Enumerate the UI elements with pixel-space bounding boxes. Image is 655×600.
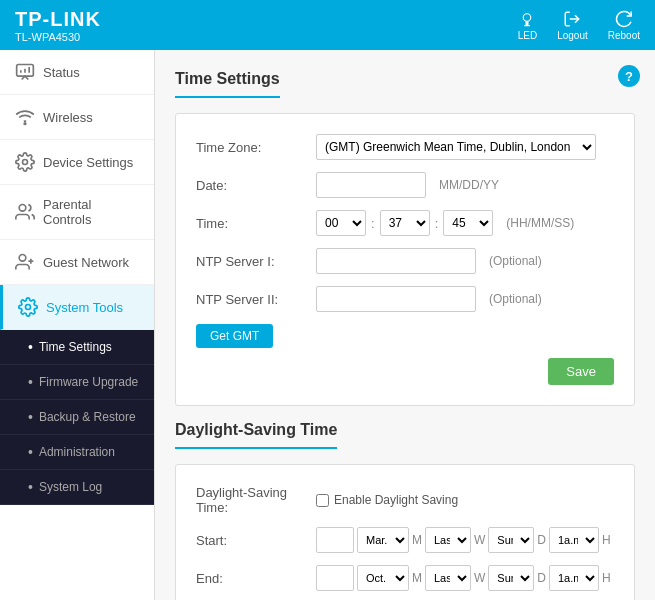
timezone-label: Time Zone: (196, 140, 316, 155)
sidebar: Status Wireless Device Settings (0, 50, 155, 600)
start-year-input[interactable]: 2015 (316, 527, 354, 553)
reboot-icon (615, 10, 633, 28)
svg-point-14 (26, 305, 31, 310)
end-day-select[interactable]: Sun. (488, 565, 534, 591)
daylight-label: Daylight-Saving Time: (196, 485, 316, 515)
led-button[interactable]: LED (518, 10, 537, 41)
end-time-group: 2015 Oct. M Last W Sun. D (316, 565, 611, 591)
ntp1-value: 0.0.0.0 (Optional) (316, 248, 542, 274)
sidebar-item-system-tools[interactable]: System Tools (0, 285, 154, 330)
daylight-start-row: Start: 2015 Mar. M Last W Sun. (196, 527, 614, 553)
svg-point-0 (524, 13, 532, 21)
end-d-label: D (537, 571, 546, 585)
ntp1-input[interactable]: 0.0.0.0 (316, 248, 476, 274)
time-hint: (HH/MM/SS) (506, 216, 574, 230)
daylight-saving-card: Daylight-Saving Time: Enable Daylight Sa… (175, 464, 635, 600)
ntp2-value: 0.0.0.0 (Optional) (316, 286, 542, 312)
end-month-select[interactable]: Oct. (357, 565, 409, 591)
end-week-select[interactable]: Last (425, 565, 471, 591)
help-button[interactable]: ? (618, 65, 640, 87)
ntp1-label: NTP Server I: (196, 254, 316, 269)
submenu-label-firmware-upgrade: Firmware Upgrade (39, 375, 138, 389)
date-input[interactable]: 01/01/2015 (316, 172, 426, 198)
sidebar-label-wireless: Wireless (43, 110, 93, 125)
submenu-item-time-settings[interactable]: Time Settings (0, 330, 154, 365)
submenu-item-firmware-upgrade[interactable]: Firmware Upgrade (0, 365, 154, 400)
svg-point-8 (24, 123, 26, 125)
ntp1-row: NTP Server I: 0.0.0.0 (Optional) (196, 248, 614, 274)
time-save-button[interactable]: Save (548, 358, 614, 385)
sidebar-label-status: Status (43, 65, 80, 80)
daylight-end-row: End: 2015 Oct. M Last W Sun. (196, 565, 614, 591)
main-layout: Status Wireless Device Settings (0, 50, 655, 600)
start-d-label: D (537, 533, 546, 547)
start-time-group: 2015 Mar. M Last W Sun. D (316, 527, 611, 553)
date-label: Date: (196, 178, 316, 193)
sidebar-item-guest-network[interactable]: Guest Network (0, 240, 154, 285)
submenu-label-backup-restore: Backup & Restore (39, 410, 136, 424)
ntp1-hint: (Optional) (489, 254, 542, 268)
reboot-button[interactable]: Reboot (608, 10, 640, 41)
submenu-label-system-log: System Log (39, 480, 102, 494)
led-icon (518, 10, 536, 28)
sidebar-item-device-settings[interactable]: Device Settings (0, 140, 154, 185)
led-label: LED (518, 30, 537, 41)
daylight-enable-value: Enable Daylight Saving (316, 493, 458, 507)
start-month-select[interactable]: Mar. (357, 527, 409, 553)
submenu-item-administration[interactable]: Administration (0, 435, 154, 470)
model-name: TL-WPA4530 (15, 31, 101, 43)
daylight-enable-text: Enable Daylight Saving (334, 493, 458, 507)
brand-name: TP-LINK (15, 8, 101, 31)
time-hours-select[interactable]: 00 (316, 210, 366, 236)
submenu-label-administration: Administration (39, 445, 115, 459)
sidebar-label-guest-network: Guest Network (43, 255, 129, 270)
sidebar-item-parental-controls[interactable]: Parental Controls (0, 185, 154, 240)
svg-point-11 (19, 255, 26, 262)
svg-point-10 (19, 205, 26, 212)
sidebar-item-wireless[interactable]: Wireless (0, 95, 154, 140)
time-settings-card: Time Zone: (GMT) Greenwich Mean Time, Du… (175, 113, 635, 406)
time-seconds-select[interactable]: 45 (443, 210, 493, 236)
ntp2-input[interactable]: 0.0.0.0 (316, 286, 476, 312)
start-label: Start: (196, 533, 316, 548)
start-m-label: M (412, 533, 422, 547)
end-m-label: M (412, 571, 422, 585)
start-day-select[interactable]: Sun. (488, 527, 534, 553)
timezone-value: (GMT) Greenwich Mean Time, Dublin, Londo… (316, 134, 596, 160)
daylight-checkbox[interactable] (316, 494, 329, 507)
reboot-label: Reboot (608, 30, 640, 41)
logout-button[interactable]: Logout (557, 10, 588, 41)
sidebar-item-status[interactable]: Status (0, 50, 154, 95)
logo-area: TP-LINK TL-WPA4530 (15, 8, 101, 43)
system-tools-icon (18, 297, 38, 317)
svg-rect-2 (524, 25, 530, 26)
time-settings-title: Time Settings (175, 70, 280, 98)
end-label: End: (196, 571, 316, 586)
sidebar-label-system-tools: System Tools (46, 300, 123, 315)
daylight-checkbox-label: Enable Daylight Saving (316, 493, 458, 507)
time-row: Time: 00 : 37 : 45 (HH/MM/SS) (196, 210, 614, 236)
header-icons: LED Logout Reboot (518, 10, 640, 41)
start-week-select[interactable]: Last (425, 527, 471, 553)
get-gmt-button[interactable]: Get GMT (196, 324, 273, 348)
content-area: ? Time Settings Time Zone: (GMT) Greenwi… (155, 50, 655, 600)
submenu-item-backup-restore[interactable]: Backup & Restore (0, 400, 154, 435)
parental-controls-icon (15, 202, 35, 222)
submenu-item-system-log[interactable]: System Log (0, 470, 154, 505)
start-time-select[interactable]: 1a.m. (549, 527, 599, 553)
timezone-row: Time Zone: (GMT) Greenwich Mean Time, Du… (196, 134, 614, 160)
ntp2-label: NTP Server II: (196, 292, 316, 307)
sidebar-label-device-settings: Device Settings (43, 155, 133, 170)
end-year-input[interactable]: 2015 (316, 565, 354, 591)
timezone-select[interactable]: (GMT) Greenwich Mean Time, Dublin, Londo… (316, 134, 596, 160)
submenu-label-time-settings: Time Settings (39, 340, 112, 354)
sidebar-label-parental-controls: Parental Controls (43, 197, 139, 227)
ntp2-hint: (Optional) (489, 292, 542, 306)
time-minutes-select[interactable]: 37 (380, 210, 430, 236)
end-time-select[interactable]: 1a.m. (549, 565, 599, 591)
start-h-label: H (602, 533, 611, 547)
header: TP-LINK TL-WPA4530 LED Logout (0, 0, 655, 50)
wireless-icon (15, 107, 35, 127)
end-w-label: W (474, 571, 485, 585)
start-w-label: W (474, 533, 485, 547)
